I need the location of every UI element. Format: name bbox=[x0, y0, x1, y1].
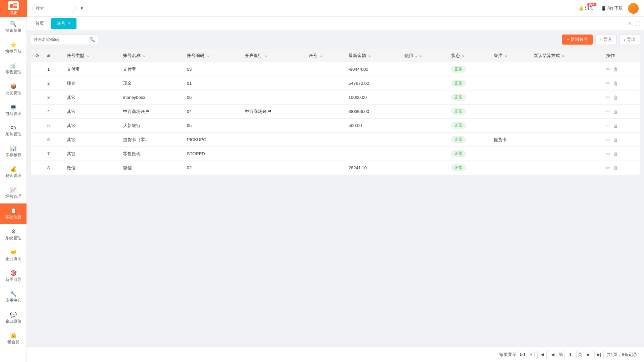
cell-index: 4 bbox=[43, 105, 63, 119]
sidebar-item-label: 快捷导航 bbox=[5, 49, 21, 54]
prev-page-button[interactable]: ◀ bbox=[548, 350, 557, 359]
page-number-input[interactable] bbox=[565, 350, 577, 359]
sidebar-item-member[interactable]: 👑 畅会员 bbox=[0, 328, 26, 349]
col-bank[interactable]: 开户银行 ⇅ bbox=[241, 49, 305, 62]
search-input[interactable] bbox=[34, 37, 89, 42]
cell-account bbox=[305, 119, 344, 133]
edit-button[interactable]: ✏ bbox=[606, 151, 610, 157]
cell-balance: -90444.00 bbox=[344, 62, 400, 76]
col-settings[interactable]: ⚙ bbox=[31, 49, 43, 62]
message-badge: 99+ bbox=[587, 3, 596, 6]
col-code[interactable]: 账号编码 ⇅ bbox=[183, 49, 241, 62]
total-label: 共1页，8条记录 bbox=[606, 352, 637, 358]
tab-home[interactable]: 首页 bbox=[30, 18, 50, 29]
col-account[interactable]: 账号 ⇅ bbox=[305, 49, 344, 62]
delete-button[interactable]: 🗑 bbox=[613, 66, 618, 72]
edit-button[interactable]: ✏ bbox=[606, 80, 610, 86]
edit-button[interactable]: ✏ bbox=[606, 109, 610, 115]
sidebar-item-label: 经营管理 bbox=[5, 194, 21, 199]
cart-icon: 🛒 bbox=[1, 62, 25, 69]
message-button[interactable]: 🔔 99+ 消息 bbox=[579, 5, 593, 11]
cell-status: 正常 bbox=[447, 147, 490, 161]
delete-button[interactable]: 🗑 bbox=[613, 151, 618, 157]
user-avatar[interactable] bbox=[628, 3, 639, 14]
delete-button[interactable]: 🗑 bbox=[613, 165, 618, 171]
delete-button[interactable]: 🗑 bbox=[613, 80, 618, 86]
sidebar-item-ecommerce[interactable]: 💻 电商管理 bbox=[0, 100, 26, 121]
cell-status: 正常 bbox=[447, 105, 490, 119]
cell-code: 01 bbox=[183, 76, 241, 90]
cell-name: moneybosx bbox=[119, 90, 183, 105]
cell-code: PICKUPC... bbox=[183, 133, 241, 147]
status-badge: 正常 bbox=[451, 164, 466, 171]
top-search-input[interactable] bbox=[32, 4, 76, 13]
close-window-icon[interactable]: ✕ bbox=[627, 20, 633, 27]
edit-button[interactable]: ✏ bbox=[606, 95, 610, 101]
edit-button[interactable]: ✏ bbox=[606, 66, 610, 72]
delete-button[interactable]: 🗑 bbox=[613, 137, 618, 142]
edit-button[interactable]: ✏ bbox=[606, 165, 610, 171]
sidebar-item-basic[interactable]: 📋 基础信息 bbox=[0, 203, 26, 224]
status-badge: 正常 bbox=[451, 66, 466, 73]
sidebar-item-wholesale[interactable]: 📦 批发管理 bbox=[0, 79, 26, 100]
cell-index: 6 bbox=[43, 133, 63, 147]
cell-settings bbox=[31, 105, 43, 119]
next-page-button[interactable]: ▶ bbox=[584, 350, 593, 359]
edit-button[interactable]: ✏ bbox=[606, 123, 610, 129]
sidebar-item-guide[interactable]: 🎯 新手引导 bbox=[0, 266, 26, 287]
dropdown-button[interactable]: ▼ bbox=[80, 6, 84, 11]
sidebar-item-purchase[interactable]: 🛍 采购管理 bbox=[0, 121, 26, 141]
search-icon[interactable]: 🔍 bbox=[89, 37, 95, 42]
sidebar-item-label: 电商管理 bbox=[5, 111, 21, 116]
first-page-button[interactable]: |◀ bbox=[537, 350, 547, 359]
last-page-button[interactable]: ▶| bbox=[594, 350, 604, 359]
table-row: 1 支付宝 支付宝 03 -90444.00 正常 ✏ 🗑 bbox=[31, 62, 640, 76]
export-button[interactable]: ↓ 导出 bbox=[619, 34, 640, 45]
delete-button[interactable]: 🗑 bbox=[613, 95, 618, 100]
col-settle[interactable]: 默认结算方式 ⇅ bbox=[530, 49, 602, 62]
sidebar-item-retail[interactable]: 🛒 零售管理 bbox=[0, 58, 26, 79]
sidebar-item-operation[interactable]: 📈 经营管理 bbox=[0, 183, 26, 203]
app-download-button[interactable]: 📱 App下载 bbox=[601, 5, 623, 11]
col-usage[interactable]: 使用... ⇅ bbox=[400, 49, 447, 62]
col-name[interactable]: 账号名称 ⇅ bbox=[119, 49, 183, 62]
sidebar-item-wechat[interactable]: 💬 企业微信 bbox=[0, 307, 26, 328]
tab-account[interactable]: 账号 ✕ bbox=[51, 18, 76, 29]
app-logo[interactable]: 乐版 bbox=[0, 0, 27, 17]
per-page-dropdown[interactable]: 50 100 200 bbox=[518, 351, 535, 358]
cell-code: 03 bbox=[183, 62, 241, 76]
sidebar-item-search[interactable]: 🔍 搜索菜单 bbox=[0, 17, 26, 38]
cell-type: 其它 bbox=[63, 119, 119, 133]
add-account-button[interactable]: + 新增账号 bbox=[562, 35, 593, 45]
cell-index: 7 bbox=[43, 147, 63, 161]
sidebar-item-label: 零售管理 bbox=[5, 70, 21, 74]
sidebar-item-finance[interactable]: 💰 资金管理 bbox=[0, 162, 26, 183]
delete-button[interactable]: 🗑 bbox=[613, 109, 618, 114]
edit-button[interactable]: ✏ bbox=[606, 137, 610, 143]
export-label: 导出 bbox=[627, 37, 636, 43]
col-status[interactable]: 状态 ⇅ bbox=[447, 49, 490, 62]
cell-code: STORED... bbox=[183, 147, 241, 161]
col-type[interactable]: 账号类型 ⇅ bbox=[63, 49, 119, 62]
cell-type: 微信 bbox=[63, 161, 119, 175]
sidebar-item-shortcut[interactable]: ⭐ 快捷导航 bbox=[0, 38, 26, 58]
import-button[interactable]: ↑ 导入 bbox=[595, 34, 616, 45]
add-account-label: + 新增账号 bbox=[567, 37, 588, 43]
sidebar-item-app-center[interactable]: 🔧 应用中心 bbox=[0, 287, 26, 307]
cell-type: 其它 bbox=[63, 105, 119, 119]
cell-action: ✏ 🗑 bbox=[602, 161, 640, 175]
cell-name: 支付宝 bbox=[119, 62, 183, 76]
sidebar-item-inventory[interactable]: 📊 库存核算 bbox=[0, 141, 26, 162]
cell-balance: 28241.10 bbox=[344, 161, 400, 175]
col-remark[interactable]: 备注 ⇅ bbox=[490, 49, 530, 62]
fullscreen-icon[interactable]: ⛶ bbox=[635, 20, 641, 27]
delete-button[interactable]: 🗑 bbox=[613, 123, 618, 128]
sidebar-item-system[interactable]: ⚙ 系统管理 bbox=[0, 224, 26, 245]
clipboard-icon: 📋 bbox=[1, 207, 25, 214]
cell-status: 正常 bbox=[447, 90, 490, 105]
sidebar-item-agreement[interactable]: 🤝 企业协同 bbox=[0, 245, 26, 266]
cell-bank bbox=[241, 133, 305, 147]
tab-close-icon[interactable]: ✕ bbox=[67, 21, 71, 26]
cell-code: 04 bbox=[183, 105, 241, 119]
col-balance[interactable]: 最新余额 ⇅ bbox=[344, 49, 400, 62]
